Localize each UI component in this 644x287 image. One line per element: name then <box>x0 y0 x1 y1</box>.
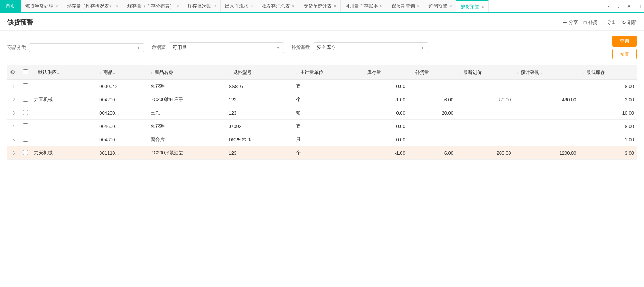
category-filter-group: 商品分类 ▼ <box>7 43 144 52</box>
row-checkbox-4[interactable] <box>23 137 28 142</box>
row-product-code-5: 801110... <box>96 146 147 160</box>
restock-base-arrow-icon: ▼ <box>421 45 425 50</box>
select-all-checkbox[interactable] <box>23 69 28 74</box>
nav-tab-close-4[interactable]: × <box>251 4 253 8</box>
row-unit-0: 支 <box>293 80 360 93</box>
row-unit-3: 支 <box>293 120 360 133</box>
nav-arrows: ‹ › ✕ □ <box>604 0 644 13</box>
row-cb-cell-4 <box>20 133 31 146</box>
nav-tab-close-10[interactable]: × <box>482 5 484 9</box>
est-purchase-sort-icon: ↕ <box>517 70 519 75</box>
row-checkbox-1[interactable] <box>23 97 28 102</box>
refresh-action[interactable]: ↻ 刷新 <box>622 19 637 26</box>
col-min-stock[interactable]: ↕ 最低库存 <box>579 65 637 80</box>
gear-icon[interactable]: ⚙ <box>10 69 15 75</box>
row-checkbox-5[interactable] <box>23 150 28 155</box>
row-est-purchase-2 <box>514 106 579 120</box>
nav-tab-close-3[interactable]: × <box>213 4 216 8</box>
nav-tab-close-8[interactable]: × <box>417 4 419 8</box>
restock-base-select[interactable]: 安全库存 ▼ <box>313 42 428 53</box>
nav-tab-label-2: 现存量（库存分布表） <box>127 3 174 9</box>
col-product-code[interactable]: ↕ 商品... <box>96 65 147 80</box>
nav-tab-close-1[interactable]: × <box>116 4 118 8</box>
col-spec[interactable]: ↕ 规格型号 <box>226 65 293 80</box>
nav-tab-label-0: 炼货异常处理 <box>25 3 53 9</box>
export-action[interactable]: ↑ 导出 <box>603 19 617 26</box>
row-latest-price-3 <box>456 120 514 133</box>
row-unit-5: 个 <box>293 146 360 160</box>
nav-right-btn[interactable]: › <box>614 0 624 13</box>
row-restock-qty-1: 6.00 <box>408 93 456 106</box>
row-spec-3: J7092 <box>226 120 293 133</box>
nav-tab-3[interactable]: 库存批次账× <box>183 0 220 13</box>
nav-expand-btn[interactable]: □ <box>634 0 644 13</box>
col-supplier[interactable]: ↕ 默认供应... <box>31 65 96 80</box>
nav-tab-9[interactable]: 超储预警× <box>424 0 456 13</box>
nav-tab-label-10: 缺货预警 <box>461 4 479 10</box>
nav-tab-label-4: 出入库流水 <box>225 3 248 9</box>
category-select[interactable]: ▼ <box>29 43 144 52</box>
nav-tab-5[interactable]: 收发存汇总表× <box>257 0 299 13</box>
nav-tab-close-7[interactable]: × <box>380 4 382 8</box>
nav-tab-4[interactable]: 出入库流水× <box>221 0 257 13</box>
nav-tab-close-9[interactable]: × <box>449 4 452 8</box>
row-checkbox-3[interactable] <box>23 123 28 128</box>
col-stock-qty[interactable]: ↕ 库存量 <box>360 65 408 80</box>
col-unit[interactable]: ↕ 主计量单位 <box>293 65 360 80</box>
nav-tab-close-0[interactable]: × <box>56 4 58 8</box>
nav-tab-close-2[interactable]: × <box>177 4 179 8</box>
nav-tab-label-1: 现存量（库存状况表） <box>67 3 114 9</box>
col-latest-price[interactable]: ↕ 最新进价 <box>456 65 514 80</box>
restock-label: 补货 <box>588 19 597 26</box>
top-nav: 首页 炼货异常处理×现存量（库存状况表）×现存量（库存分布表）×库存批次账×出入… <box>0 0 644 13</box>
row-restock-qty-3 <box>408 120 456 133</box>
header-actions: ➦ 分享 □ 补货 ↑ 导出 ↻ 刷新 <box>563 19 637 26</box>
nav-tab-6[interactable]: 要货单统计表× <box>299 0 341 13</box>
row-gear-4: 5 <box>7 133 20 146</box>
row-checkbox-2[interactable] <box>23 110 28 115</box>
row-gear-2: 3 <box>7 106 20 120</box>
share-action[interactable]: ➦ 分享 <box>563 19 578 26</box>
col-product-name[interactable]: ↕ 商品名称 <box>148 65 226 80</box>
share-label: 分享 <box>569 19 578 26</box>
datasource-arrow-icon: ▼ <box>276 45 280 50</box>
nav-tab-0[interactable]: 炼货异常处理× <box>21 0 62 13</box>
nav-home[interactable]: 首页 <box>0 0 21 13</box>
row-checkbox-0[interactable] <box>23 83 28 88</box>
row-product-name-0: 火花塞 <box>148 80 226 93</box>
nav-tab-close-6[interactable]: × <box>334 4 336 8</box>
col-restock-qty[interactable]: ↕ 补货量 <box>408 65 456 80</box>
product-name-sort-icon: ↕ <box>151 70 153 75</box>
row-supplier-0 <box>31 80 96 93</box>
row-product-code-0: 0000042 <box>96 80 147 93</box>
nav-tab-2[interactable]: 现存量（库存分布表）× <box>123 0 183 13</box>
nav-tab-8[interactable]: 保质期查询× <box>387 0 424 13</box>
row-latest-price-4 <box>456 133 514 146</box>
nav-tab-10[interactable]: 缺货预警× <box>456 0 488 13</box>
row-cb-cell-5 <box>20 146 31 160</box>
restock-action[interactable]: □ 补货 <box>584 19 597 26</box>
row-est-purchase-5: 1200.00 <box>514 146 579 160</box>
nav-tab-7[interactable]: 可用量库存账本× <box>341 0 387 13</box>
unit-sort-icon: ↕ <box>296 70 298 75</box>
nav-tab-1[interactable]: 现存量（库存状况表）× <box>62 0 123 13</box>
row-product-name-3: 火花塞 <box>148 120 226 133</box>
nav-close-btn[interactable]: ✕ <box>624 0 634 13</box>
settings-button[interactable]: 设置 <box>612 49 637 59</box>
row-min-stock-3: 8.00 <box>579 120 637 133</box>
stock-qty-sort-icon: ↕ <box>363 70 365 75</box>
datasource-select[interactable]: 可用量 ▼ <box>169 42 284 53</box>
nav-tab-close-5[interactable]: × <box>292 4 294 8</box>
row-unit-4: 只 <box>293 133 360 146</box>
nav-left-btn[interactable]: ‹ <box>604 0 614 13</box>
row-restock-qty-4 <box>408 133 456 146</box>
col-est-purchase[interactable]: ↕ 预计采购... <box>514 65 579 80</box>
category-arrow-icon: ▼ <box>136 45 140 50</box>
table-row: 5 004800... 离合片 DS250*23c... 只 0.00 1.00 <box>7 133 637 146</box>
row-spec-2: 123 <box>226 106 293 120</box>
col-supplier-label: 默认供应... <box>38 70 61 75</box>
query-button[interactable]: 查询 <box>612 36 637 47</box>
row-supplier-1: 力天机械 <box>31 93 96 106</box>
table-row: 1 0000042 火花塞 SS816 支 0.00 8.00 <box>7 80 637 93</box>
supplier-sort-icon: ↕ <box>34 70 36 75</box>
